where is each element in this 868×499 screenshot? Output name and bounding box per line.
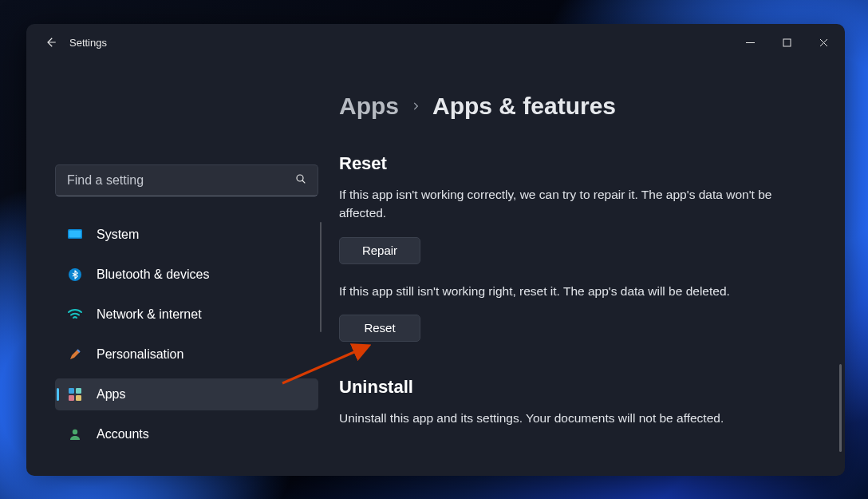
person-icon <box>68 427 82 442</box>
svg-rect-4 <box>69 231 81 238</box>
reset-heading: Reset <box>339 153 831 174</box>
breadcrumb-current: Apps & features <box>432 93 616 120</box>
minimize-button[interactable] <box>732 26 768 58</box>
paintbrush-icon <box>68 347 82 362</box>
minimize-icon <box>746 38 755 47</box>
svg-rect-7 <box>76 388 81 394</box>
sidebar-item-label: Network & internet <box>97 307 202 322</box>
sidebar-item-network[interactable]: Network & internet <box>55 299 318 331</box>
repair-description: If this app isn't working correctly, we … <box>339 185 786 223</box>
maximize-icon <box>783 38 791 47</box>
close-button[interactable] <box>805 26 842 58</box>
settings-window: Settings <box>26 24 845 476</box>
svg-rect-0 <box>746 42 755 43</box>
sidebar-nav: System Bluetooth & devices Network & int… <box>55 219 318 450</box>
bluetooth-icon <box>68 267 82 282</box>
repair-button[interactable]: Repair <box>339 237 420 264</box>
sidebar-item-apps[interactable]: Apps <box>55 378 318 410</box>
back-arrow-icon <box>43 35 57 50</box>
breadcrumb: Apps Apps & features <box>339 93 831 120</box>
svg-rect-1 <box>783 39 791 46</box>
titlebar: Settings <box>26 24 845 61</box>
sidebar-item-label: Bluetooth & devices <box>97 267 209 282</box>
svg-rect-8 <box>69 395 74 401</box>
uninstall-heading: Uninstall <box>339 377 831 398</box>
svg-rect-9 <box>76 395 81 401</box>
uninstall-description: Uninstall this app and its settings. You… <box>339 409 786 427</box>
sidebar-item-system[interactable]: System <box>55 219 318 251</box>
sidebar-item-label: Accounts <box>97 427 149 442</box>
sidebar-item-label: Personalisation <box>97 347 183 362</box>
search-input[interactable] <box>55 164 318 196</box>
sidebar: System Bluetooth & devices Network & int… <box>26 61 307 476</box>
reset-button[interactable]: Reset <box>339 315 420 342</box>
search-wrap <box>55 164 318 196</box>
wifi-icon <box>68 307 82 322</box>
window-title: Settings <box>69 37 107 49</box>
sidebar-item-personalisation[interactable]: Personalisation <box>55 339 318 370</box>
sidebar-item-bluetooth[interactable]: Bluetooth & devices <box>55 259 318 291</box>
chevron-right-icon <box>410 101 421 112</box>
svg-point-10 <box>73 430 77 434</box>
sidebar-item-accounts[interactable]: Accounts <box>55 418 318 450</box>
close-icon <box>819 38 828 47</box>
system-icon <box>68 228 82 242</box>
back-button[interactable] <box>37 30 63 55</box>
breadcrumb-parent[interactable]: Apps <box>339 93 399 120</box>
maximize-button[interactable] <box>768 26 805 58</box>
svg-rect-6 <box>69 388 74 394</box>
reset-description: If this app still isn't working right, r… <box>339 282 786 300</box>
sidebar-item-label: System <box>97 228 139 242</box>
content-pane: Apps Apps & features Reset If this app i… <box>307 61 845 476</box>
apps-icon <box>68 387 82 402</box>
window-controls <box>732 26 842 58</box>
sidebar-item-label: Apps <box>97 387 125 402</box>
scrollbar-thumb[interactable] <box>839 364 842 452</box>
